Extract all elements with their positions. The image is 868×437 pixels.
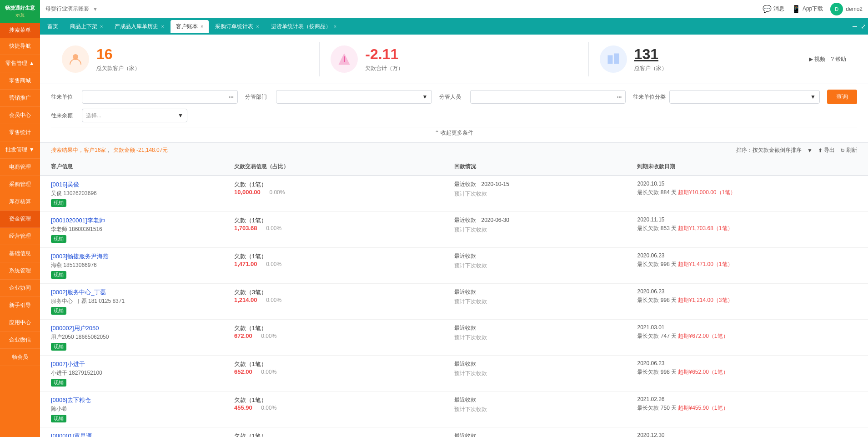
- sidebar-item-operations[interactable]: 经营管理: [0, 228, 40, 245]
- customer-name-1[interactable]: [0001020001]李老师: [51, 216, 234, 225]
- filter-from-unit: 往来单位 •••: [51, 90, 238, 104]
- tab-customer-account[interactable]: 客户账本 ×: [171, 20, 209, 33]
- tab-close-stock-stats[interactable]: ×: [334, 24, 336, 29]
- customer-name-7[interactable]: [000001]黄思源: [51, 432, 234, 437]
- tab-product-listing[interactable]: 商品上下架 ×: [65, 20, 108, 33]
- sidebar-item-quick-nav[interactable]: 快捷导航: [0, 38, 40, 55]
- tabs-maximize-icon[interactable]: ⤢: [861, 23, 866, 30]
- table-body: [0016]吴俊 吴俊 13026203696 现销 欠款（1笔） 10,000…: [40, 176, 868, 437]
- refresh-button[interactable]: ↻ 刷新: [840, 146, 857, 154]
- customer-cell-5: [0007]小进干 小进干 18279152100 现销: [51, 360, 234, 387]
- customer-tag-1: 现销: [51, 235, 66, 243]
- tab-close-customer-account[interactable]: ×: [201, 24, 203, 29]
- debt-amount-5[interactable]: 652.00: [234, 368, 252, 375]
- tabs-bar: 首页 商品上下架 × 产成品入库单历史 × 客户账本 × 采购订单统计表 × 进…: [40, 18, 868, 35]
- debt-amount-1[interactable]: 1,703.68: [234, 225, 257, 231]
- sidebar-item-inventory[interactable]: 库存核算: [0, 193, 40, 211]
- repay-next-5: 预计下次收款: [454, 370, 637, 377]
- overdue-link-2[interactable]: 超期¥1,471.00（1笔）: [678, 261, 733, 267]
- results-text2: 欠款金额 -21,148.07元: [113, 147, 168, 153]
- sidebar-item-app-center[interactable]: 应用中心: [0, 314, 40, 332]
- customer-cell-1: [0001020001]李老师 李老师 18600391516 现销: [51, 216, 234, 243]
- sidebar-item-system[interactable]: 系统管理: [0, 262, 40, 280]
- sidebar-item-search[interactable]: 搜索菜单: [0, 23, 40, 38]
- tab-close-purchase-stats[interactable]: ×: [256, 24, 259, 29]
- date-cell-4: 2021.03.01 最长欠款 747 天 超期¥672.00（1笔）: [637, 324, 857, 340]
- overdue-link-6[interactable]: 超期¥455.90（1笔）: [678, 405, 728, 411]
- overdue-link-4[interactable]: 超期¥672.00（1笔）: [678, 333, 728, 339]
- sidebar-item-retail-stats[interactable]: 零售统计: [0, 124, 40, 141]
- debt-amount-6[interactable]: 455.90: [234, 404, 252, 411]
- sidebar-item-purchase[interactable]: 采购管理: [0, 176, 40, 193]
- debt-cell-6: 欠款（1笔） 455.90 0.00%: [234, 396, 454, 411]
- tab-close-product-listing[interactable]: ×: [100, 24, 103, 29]
- topbar-industry: 母婴行业演示账套: [45, 5, 89, 13]
- debt-amount-3[interactable]: 1,214.00: [234, 296, 257, 303]
- collapse-arrow-icon: ⌃: [435, 130, 439, 136]
- customer-name-6[interactable]: [0006]去下粮仓: [51, 396, 234, 404]
- debt-count-6: 欠款（1笔）: [234, 396, 454, 404]
- customer-name-4[interactable]: [000002]用户2050: [51, 324, 234, 332]
- topbar-app-btn[interactable]: 📱 App下载: [792, 5, 823, 13]
- debt-amount-0[interactable]: 10,000.00: [234, 189, 261, 196]
- tabs-minimize-icon[interactable]: ─: [853, 23, 857, 30]
- tab-close-stock-history[interactable]: ×: [161, 24, 164, 29]
- sidebar-item-member-plus[interactable]: 畅会员: [0, 349, 40, 366]
- due-date-6: 2021.02.26: [637, 396, 857, 402]
- summary-card-customers: 16 总欠款客户（家）: [51, 42, 320, 76]
- topbar-user-btn[interactable]: D demo2: [830, 3, 863, 15]
- table-row: [000002]用户2050 用户2050 18665062050 现销 欠款（…: [40, 320, 868, 356]
- dept-select[interactable]: ▼: [276, 90, 432, 104]
- customer-name-2[interactable]: [0003]畅捷服务尹海燕: [51, 252, 234, 261]
- filter-balance: 往来余额 选择... ▼: [51, 109, 187, 122]
- customer-tag-3: 现销: [51, 307, 66, 315]
- sidebar-item-marketing[interactable]: 营销推广: [0, 90, 40, 107]
- balance-select[interactable]: 选择... ▼: [82, 109, 187, 122]
- sidebar-item-basic-info[interactable]: 基础信息: [0, 245, 40, 262]
- sidebar-item-ecommerce[interactable]: 电商管理: [0, 159, 40, 176]
- tab-stock-stats[interactable]: 进货单统计表（按商品） ×: [266, 20, 342, 33]
- customer-name-3[interactable]: [0002]服务中心_丁磊: [51, 288, 234, 296]
- video-icon: ▶: [809, 56, 813, 62]
- sidebar-item-finance[interactable]: 资金管理: [0, 211, 40, 228]
- tab-stock-history[interactable]: 产成品入库单历史 ×: [109, 20, 169, 33]
- overdue-info-6: 最长欠款 750 天 超期¥455.90（1笔）: [637, 404, 857, 412]
- tab-home[interactable]: 首页: [42, 20, 64, 33]
- sidebar-logo-text: 畅捷通好生意: [5, 5, 35, 11]
- topbar-msg-btn[interactable]: 💬 消息: [763, 5, 784, 13]
- collapse-btn[interactable]: ⌃ 收起更多条件: [51, 127, 857, 139]
- help-btn[interactable]: ? 帮助: [831, 55, 846, 63]
- repay-label-4: 最近收款: [454, 324, 637, 332]
- debt-amount-2[interactable]: 1,471.00: [234, 261, 257, 267]
- manager-input[interactable]: •••: [470, 90, 626, 104]
- sidebar-logo: 畅捷通好生意 示意: [0, 0, 40, 23]
- export-button[interactable]: ⬆ 导出: [818, 146, 835, 154]
- sidebar-item-member[interactable]: 会员中心: [0, 107, 40, 124]
- unit-class-label: 往来单位分类: [633, 93, 666, 101]
- repay-label-1: 最近收款 2020-06-30: [454, 216, 637, 224]
- video-btn[interactable]: ▶ 视频: [809, 55, 825, 63]
- topbar-dropdown-icon[interactable]: ▼: [93, 6, 98, 12]
- customer-cell-4: [000002]用户2050 用户2050 18665062050 现销: [51, 324, 234, 351]
- sidebar-item-newbie[interactable]: 新手引导: [0, 297, 40, 314]
- sidebar-item-enterprise-collab[interactable]: 企业协同: [0, 280, 40, 297]
- sidebar-item-wechat[interactable]: 企业微信: [0, 332, 40, 349]
- sidebar-item-wholesale[interactable]: 批发管理 ▼: [0, 141, 40, 159]
- from-unit-input[interactable]: •••: [82, 90, 238, 104]
- unit-class-select[interactable]: ▼: [669, 90, 820, 104]
- sidebar-item-retail-mgmt[interactable]: 零售管理 ▲: [0, 55, 40, 72]
- overdue-link-3[interactable]: 超期¥1,214.00（3笔）: [678, 297, 733, 303]
- sidebar-item-retail-mall[interactable]: 零售商城: [0, 72, 40, 90]
- customer-name-0[interactable]: [0016]吴俊: [51, 181, 234, 189]
- tab-purchase-stats[interactable]: 采购订单统计表 ×: [210, 20, 264, 33]
- debt-amount-4[interactable]: 672.00: [234, 332, 252, 339]
- total-debt-amount-label: 欠款合计（万）: [365, 65, 403, 72]
- sidebar-brand-text: 示意: [15, 12, 25, 18]
- customer-name-5[interactable]: [0007]小进干: [51, 360, 234, 368]
- debt-percent-0: 0.00%: [269, 189, 285, 196]
- overdue-link-1[interactable]: 超期¥1,703.68（1笔）: [678, 225, 733, 231]
- repay-cell-5: 最近收款 预计下次收款: [454, 360, 637, 377]
- search-button[interactable]: 查询: [827, 90, 857, 104]
- overdue-link-0[interactable]: 超期¥10,000.00（1笔）: [678, 189, 736, 196]
- overdue-link-5[interactable]: 超期¥652.00（1笔）: [678, 369, 728, 375]
